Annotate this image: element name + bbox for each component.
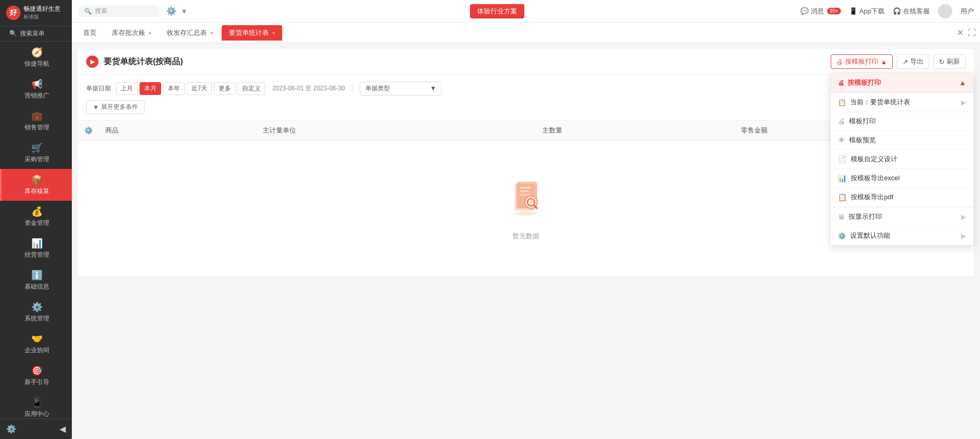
sidebar-item-apps[interactable]: 📱 应用中心	[0, 392, 72, 418]
template-print-button[interactable]: 🖨 按模板打印 ▲	[831, 54, 893, 69]
date-btn-custom[interactable]: 自定义	[238, 82, 265, 95]
doc-type-select[interactable]: 单据类型 ▼	[360, 82, 442, 96]
sidebar-item-finance[interactable]: 💰 资金管理	[0, 201, 72, 233]
sidebar-item-label: 资金管理	[25, 219, 49, 227]
sidebar-item-label: 企业协同	[25, 346, 49, 355]
sidebar-item-operations[interactable]: 📊 经营管理	[0, 233, 72, 264]
dropdown-header[interactable]: 🖨 按模板打印 ▲	[831, 73, 973, 93]
date-btn-this-month[interactable]: 本月	[140, 82, 161, 95]
sidebar-item-sales[interactable]: 💼 销售管理	[0, 105, 72, 137]
sidebar-item-label: 经营管理	[25, 251, 49, 259]
app-name: 畅捷通好生意	[24, 5, 61, 13]
window-maximize-button[interactable]: ⛶	[968, 28, 976, 37]
tab-order-stats-close[interactable]: ×	[272, 30, 275, 36]
display-print-icon: 🖥	[838, 213, 845, 221]
sidebar-item-basic-info[interactable]: ℹ️ 基础信息	[0, 264, 72, 296]
date-btn-this-year[interactable]: 本年	[163, 82, 185, 95]
sidebar-item-inventory[interactable]: 📦 库存核算	[0, 169, 72, 201]
tab-batch-account-close[interactable]: ×	[148, 30, 151, 36]
chevron-down-icon: ▼	[430, 85, 436, 92]
dropdown-display-print[interactable]: 🖥 按显示打印 ▶	[831, 207, 973, 226]
sidebar-item-system[interactable]: ⚙️ 系统管理	[0, 296, 72, 328]
finance-icon: 💰	[31, 206, 43, 217]
trial-button[interactable]: 体验行业方案	[470, 4, 524, 18]
date-btn-7days[interactable]: 近7天	[187, 82, 212, 95]
content-area: ▶ 要货单统计表(按商品) 🖨 按模板打印 ▲ ↗ 导出 ↻ 刷新	[72, 43, 980, 439]
date-btn-more[interactable]: 更多	[214, 82, 236, 95]
tab-order-stats[interactable]: 要货单统计表 ×	[222, 25, 282, 41]
logo-icon: 好	[6, 6, 21, 20]
sidebar-search[interactable]: 🔍 搜索菜单	[0, 26, 72, 42]
sidebar-collapse-button[interactable]: ▶	[86, 55, 99, 68]
expand-icon: ▼	[93, 104, 99, 111]
sidebar-item-enterprise[interactable]: 🤝 企业协同	[0, 328, 72, 360]
app-download-item[interactable]: 📱 App下载	[849, 7, 885, 16]
template-print-icon: 🖨	[838, 117, 845, 125]
app-download-label: App下载	[859, 7, 885, 16]
expand-filter-button[interactable]: ▼ 展开更多条件	[86, 100, 145, 114]
set-default-label: 设置默认功能	[850, 231, 890, 240]
sidebar-item-label: 营销推广	[25, 91, 49, 100]
enterprise-icon: 🤝	[31, 333, 43, 345]
date-btn-last-month[interactable]: 上月	[116, 82, 138, 95]
sidebar-item-guide[interactable]: 🎯 新手引导	[0, 360, 72, 392]
tab-bar-right: ✕ ⛶	[957, 28, 976, 37]
purchase-icon: 🛒	[31, 142, 43, 154]
dropdown-current-item[interactable]: 📋 当前：要货单统计表 ▶	[831, 93, 973, 112]
dropdown-item-template-print[interactable]: 🖨 模板打印	[831, 112, 973, 131]
sidebar-item-quick-nav[interactable]: 🧭 快捷导航	[0, 42, 72, 73]
window-close-button[interactable]: ✕	[957, 28, 964, 37]
header-left: 🔍 搜索 ⚙️ ▼	[78, 5, 188, 17]
current-chevron-icon: ▶	[961, 99, 966, 106]
tab-collection-summary-close[interactable]: ×	[210, 30, 213, 36]
dropdown-set-default[interactable]: ⚙️ 设置默认功能 ▶	[831, 226, 973, 245]
user-avatar[interactable]	[938, 4, 952, 18]
message-item[interactable]: 💬 消息 99+	[800, 7, 841, 16]
display-print-chevron: ▶	[961, 213, 966, 221]
dropdown-item-template-preview[interactable]: 👁 模板预览	[831, 131, 973, 150]
dropdown-item-export-pdf[interactable]: 📋 按模板导出pdf	[831, 188, 973, 207]
dropdown-title: 按模板打印	[848, 78, 881, 87]
dropdown-item-export-excel[interactable]: 📊 按模板导出excel	[831, 169, 973, 188]
sidebar-item-label: 应用中心	[25, 410, 49, 418]
dropdown-item-label: 按模板导出excel	[851, 174, 899, 183]
tab-batch-account-label: 库存批次账	[112, 28, 145, 37]
empty-icon	[505, 177, 546, 225]
date-range-display: 2023-06-01 至 2023-06-30	[272, 84, 345, 93]
dropdown-item-label: 按模板导出pdf	[851, 193, 893, 202]
sidebar-item-purchase[interactable]: 🛒 采购管理	[0, 137, 72, 169]
export-pdf-icon: 📋	[838, 193, 847, 201]
message-badge: 99+	[827, 8, 841, 14]
system-icon: ⚙️	[31, 301, 43, 313]
sidebar-item-marketing[interactable]: 📢 营销推广	[0, 73, 72, 105]
filter-separator	[352, 83, 352, 93]
sidebar-item-label: 快捷导航	[25, 60, 49, 68]
dropdown-item-label: 模板预览	[849, 136, 876, 145]
table-gear-icon[interactable]: ⚙️	[84, 126, 93, 135]
sidebar-nav: 🧭 快捷导航 📢 营销推广 💼 销售管理 🛒 采购管理 📦 库存核算 💰 资金管…	[0, 42, 72, 418]
header-gear-icon[interactable]: ⚙️	[166, 6, 177, 16]
refresh-button[interactable]: ↻ 刷新	[933, 54, 966, 69]
sidebar-search-label: 搜索菜单	[20, 29, 45, 38]
dropdown-item-template-custom[interactable]: 📄 模板自定义设计	[831, 150, 973, 169]
settings-icon[interactable]: ⚙️	[6, 424, 16, 434]
app-logo: 好 畅捷通好生意 标准版	[0, 0, 72, 26]
inventory-icon: 📦	[31, 174, 43, 185]
tab-home[interactable]: 首页	[76, 25, 104, 41]
set-default-chevron: ▶	[961, 232, 966, 240]
sidebar-item-label: 新手引导	[25, 378, 49, 387]
export-button[interactable]: ↗ 导出	[897, 54, 929, 69]
tab-batch-account[interactable]: 库存批次账 ×	[105, 25, 159, 41]
header-chevron-icon[interactable]: ▼	[181, 7, 188, 15]
sidebar-item-label: 基础信息	[25, 282, 49, 291]
table-header-unit: 主计量单位	[257, 121, 537, 141]
online-service-item[interactable]: 🎧 在线客服	[893, 7, 930, 16]
refresh-icon: ↻	[939, 58, 945, 66]
tab-collection-summary[interactable]: 收发存汇总表 ×	[160, 25, 220, 41]
sidebar-item-label: 采购管理	[25, 155, 49, 164]
dropdown-item-label: 模板自定义设计	[851, 155, 897, 164]
template-custom-icon: 📄	[838, 155, 847, 163]
header-search-box[interactable]: 🔍 搜索	[78, 5, 160, 17]
operations-icon: 📊	[31, 238, 43, 249]
collapse-icon[interactable]: ◀	[60, 424, 66, 434]
